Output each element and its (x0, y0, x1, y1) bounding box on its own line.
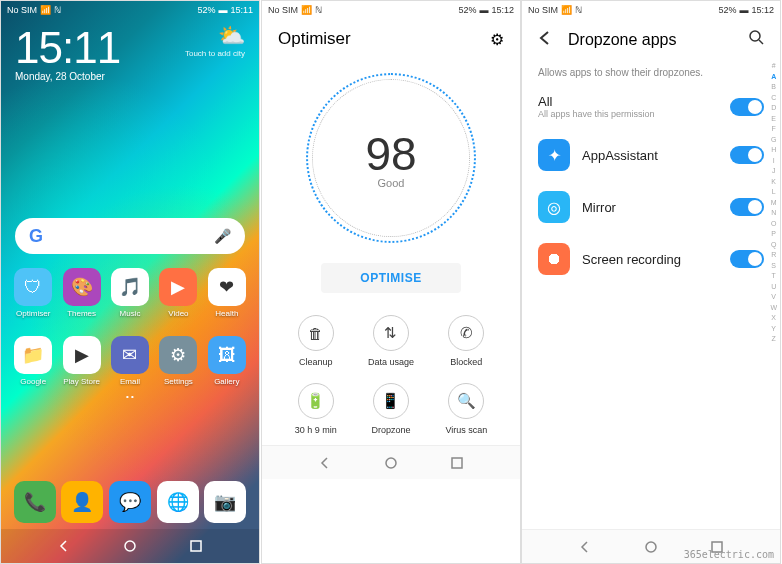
clock-time[interactable]: 15:11 (15, 23, 120, 73)
app-health[interactable]: ❤ Health (205, 268, 249, 318)
toggle[interactable] (730, 146, 764, 164)
search-bar[interactable]: G 🎤 (15, 218, 245, 254)
home-button[interactable] (643, 539, 659, 555)
action-label: Cleanup (299, 357, 333, 367)
index-X[interactable]: X (770, 313, 777, 324)
app-icon: 🖼 (208, 336, 246, 374)
app-icon: ✉ (111, 336, 149, 374)
search-icon[interactable] (748, 29, 766, 51)
toggle[interactable] (730, 198, 764, 216)
index-K[interactable]: K (770, 177, 777, 188)
index-H[interactable]: H (770, 145, 777, 156)
recent-button[interactable] (188, 538, 204, 554)
back-button[interactable] (317, 455, 333, 471)
alpha-index[interactable]: #ABCDEFGHIJKLMNOPQRSTUVWXYZ (770, 61, 777, 345)
gear-icon[interactable]: ⚙ (490, 30, 504, 49)
page-subtitle: Allows apps to show their dropzones. (522, 61, 780, 84)
app-label: Settings (164, 377, 193, 386)
index-W[interactable]: W (770, 303, 777, 314)
score-value: 98 (365, 127, 416, 181)
all-apps-row[interactable]: All All apps have this permission (522, 84, 780, 129)
app-dock[interactable]: 📷 (204, 481, 246, 523)
status-bar: No SIM📶ℕ 52%▬15:12 (522, 1, 780, 19)
index-G[interactable]: G (770, 135, 777, 146)
app-dock[interactable]: 👤 (61, 481, 103, 523)
index-D[interactable]: D (770, 103, 777, 114)
index-U[interactable]: U (770, 282, 777, 293)
toggle-all[interactable] (730, 98, 764, 116)
action-cleanup[interactable]: 🗑 Cleanup (282, 315, 349, 367)
score-ring: 98 Good (306, 73, 476, 243)
app-settings[interactable]: ⚙ Settings (156, 336, 200, 386)
app-google[interactable]: 📁 Google (11, 336, 55, 386)
app-optimiser[interactable]: 🛡 Optimiser (11, 268, 55, 318)
index-V[interactable]: V (770, 292, 777, 303)
weather-widget[interactable]: ⛅ Touch to add city (185, 23, 245, 58)
action-label: Data usage (368, 357, 414, 367)
index-A[interactable]: A (770, 72, 777, 83)
app-icon: 🌐 (157, 481, 199, 523)
action-blocked[interactable]: ✆ Blocked (433, 315, 500, 367)
back-button[interactable] (577, 539, 593, 555)
action-30-h-9-min[interactable]: 🔋 30 h 9 min (282, 383, 349, 435)
app-row-screen-recording[interactable]: ⏺ Screen recording (522, 233, 780, 285)
app-music[interactable]: 🎵 Music (108, 268, 152, 318)
index-#[interactable]: # (770, 61, 777, 72)
app-icon: 💬 (109, 481, 151, 523)
app-icon: 📁 (14, 336, 52, 374)
app-email[interactable]: ✉ Email (108, 336, 152, 386)
back-icon[interactable] (536, 29, 554, 51)
optimise-button[interactable]: OPTIMISE (321, 263, 461, 293)
app-icon: ✦ (538, 139, 570, 171)
back-button[interactable] (56, 538, 72, 554)
app-icon: 🛡 (14, 268, 52, 306)
app-label: Music (120, 309, 141, 318)
home-button[interactable] (122, 538, 138, 554)
index-Q[interactable]: Q (770, 240, 777, 251)
index-C[interactable]: C (770, 93, 777, 104)
app-play-store[interactable]: ▶ Play Store (59, 336, 103, 386)
app-row-mirror[interactable]: ◎ Mirror (522, 181, 780, 233)
index-M[interactable]: M (770, 198, 777, 209)
app-row-appassistant[interactable]: ✦ AppAssistant (522, 129, 780, 181)
action-virus-scan[interactable]: 🔍 Virus scan (433, 383, 500, 435)
app-video[interactable]: ▶ Video (156, 268, 200, 318)
index-B[interactable]: B (770, 82, 777, 93)
index-N[interactable]: N (770, 208, 777, 219)
index-E[interactable]: E (770, 114, 777, 125)
index-S[interactable]: S (770, 261, 777, 272)
index-O[interactable]: O (770, 219, 777, 230)
index-P[interactable]: P (770, 229, 777, 240)
index-Y[interactable]: Y (770, 324, 777, 335)
index-F[interactable]: F (770, 124, 777, 135)
index-Z[interactable]: Z (770, 334, 777, 345)
app-gallery[interactable]: 🖼 Gallery (205, 336, 249, 386)
app-icon: 👤 (61, 481, 103, 523)
app-icon: 📞 (14, 481, 56, 523)
watermark: 365electric.com (684, 549, 774, 560)
status-bar: No SIM📶ℕ 52%▬15:12 (262, 1, 520, 19)
app-name: Mirror (582, 200, 718, 215)
app-list: ✦ AppAssistant ◎ Mirror ⏺ Screen recordi… (522, 129, 780, 285)
action-label: Dropzone (371, 425, 410, 435)
app-themes[interactable]: 🎨 Themes (59, 268, 103, 318)
google-logo: G (29, 226, 43, 247)
index-J[interactable]: J (770, 166, 777, 177)
action-icon: ✆ (448, 315, 484, 351)
app-icon: ▶ (63, 336, 101, 374)
recent-button[interactable] (449, 455, 465, 471)
action-dropzone[interactable]: 📱 Dropzone (357, 383, 424, 435)
index-R[interactable]: R (770, 250, 777, 261)
mic-icon[interactable]: 🎤 (214, 228, 231, 244)
app-dock[interactable]: 🌐 (157, 481, 199, 523)
toggle[interactable] (730, 250, 764, 268)
index-I[interactable]: I (770, 156, 777, 167)
app-dock[interactable]: 📞 (14, 481, 56, 523)
app-dock[interactable]: 💬 (109, 481, 151, 523)
home-button[interactable] (383, 455, 399, 471)
app-icon: ◎ (538, 191, 570, 223)
action-icon: 📱 (373, 383, 409, 419)
index-T[interactable]: T (770, 271, 777, 282)
action-data-usage[interactable]: ⇅ Data usage (357, 315, 424, 367)
index-L[interactable]: L (770, 187, 777, 198)
